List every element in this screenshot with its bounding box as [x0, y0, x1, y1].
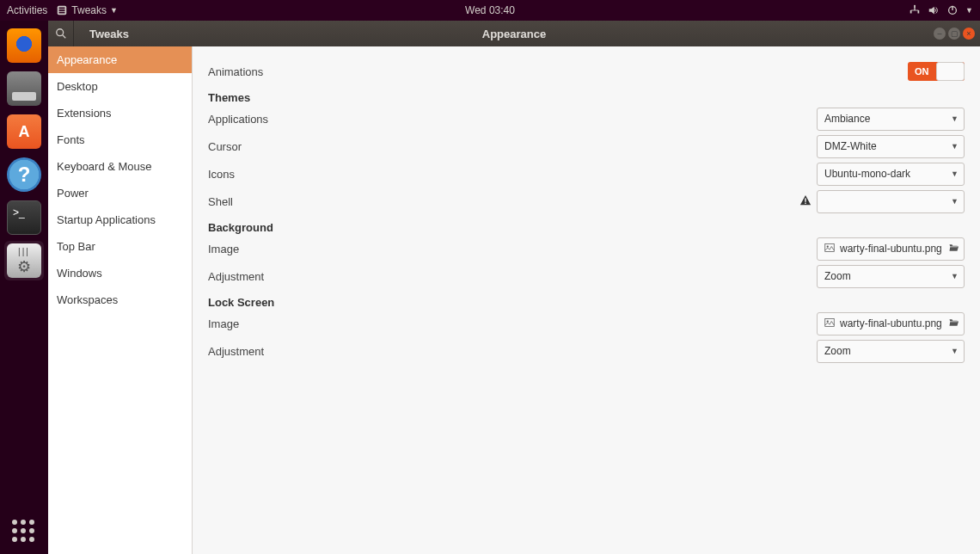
- background-adjustment-value: Zoom: [824, 270, 851, 282]
- minimize-button[interactable]: –: [934, 28, 946, 40]
- background-image-value: warty-final-ubuntu.png: [840, 243, 942, 255]
- shell-label: Shell: [208, 195, 233, 208]
- sidebar-item-windows[interactable]: Windows: [48, 260, 192, 286]
- svg-rect-1: [59, 8, 65, 9]
- svg-point-9: [56, 29, 63, 36]
- sidebar-item-workspaces[interactable]: Workspaces: [48, 286, 192, 313]
- file-open-icon: [948, 317, 959, 330]
- sidebar-item-power[interactable]: Power: [48, 180, 192, 206]
- lock-adjustment-value: Zoom: [824, 345, 851, 357]
- applications-label: Applications: [208, 113, 268, 126]
- activities-button[interactable]: Activities: [7, 4, 47, 16]
- sidebar-item-extensions[interactable]: Extensions: [48, 100, 192, 126]
- svg-point-14: [827, 245, 829, 247]
- sidebar-item-fonts[interactable]: Fonts: [48, 126, 192, 153]
- file-open-icon: [948, 243, 959, 255]
- icons-combo[interactable]: Ubuntu-mono-dark ▼: [817, 163, 965, 186]
- image-icon: [824, 243, 835, 255]
- dock-terminal[interactable]: [4, 198, 44, 237]
- chevron-down-icon: ▼: [951, 347, 959, 355]
- top-panel: Activities Tweaks ▼ Wed 03:40 ▼: [0, 0, 980, 21]
- lock-adjustment-combo[interactable]: Zoom ▼: [817, 340, 965, 363]
- search-icon: [55, 28, 67, 40]
- dock-files[interactable]: [4, 69, 44, 108]
- chevron-down-icon: ▼: [951, 169, 959, 178]
- toggle-knob: [936, 62, 965, 81]
- shell-combo: ▼: [817, 190, 965, 213]
- app-menu-label: Tweaks: [71, 4, 107, 16]
- window-app-title: Tweaks: [89, 28, 129, 40]
- network-icon[interactable]: [909, 4, 921, 16]
- icons-label: Icons: [208, 168, 235, 181]
- background-image-chooser[interactable]: warty-final-ubuntu.png: [817, 237, 965, 261]
- chevron-down-icon: ▼: [951, 114, 959, 123]
- power-icon[interactable]: [946, 4, 959, 16]
- show-applications-button[interactable]: [12, 520, 36, 544]
- svg-rect-4: [914, 5, 916, 9]
- svg-rect-8: [952, 6, 952, 10]
- sidebar-item-startup-applications[interactable]: Startup Applications: [48, 206, 192, 233]
- dock-firefox[interactable]: [4, 26, 44, 65]
- lock-image-chooser[interactable]: warty-final-ubuntu.png: [817, 312, 965, 335]
- cursor-value: DMZ-White: [824, 140, 877, 152]
- image-icon: [824, 317, 835, 330]
- warning-icon: [799, 194, 812, 209]
- window-header-title: Appearance: [482, 28, 546, 40]
- chevron-down-icon: ▼: [951, 272, 959, 280]
- toggle-on-label: ON: [915, 66, 929, 77]
- sidebar-item-keyboard-mouse[interactable]: Keyboard & Mouse: [48, 153, 192, 180]
- lock-image-value: warty-final-ubuntu.png: [840, 317, 942, 329]
- close-button[interactable]: ×: [963, 28, 975, 40]
- search-button[interactable]: [48, 21, 74, 46]
- icons-value: Ubuntu-mono-dark: [824, 168, 910, 180]
- svg-rect-3: [59, 12, 65, 14]
- lock-screen-header: Lock Screen: [208, 296, 965, 309]
- animations-label: Animations: [208, 65, 263, 78]
- cursor-combo[interactable]: DMZ-White ▼: [817, 135, 965, 158]
- chevron-down-icon: ▼: [951, 142, 959, 151]
- sidebar-item-appearance[interactable]: Appearance: [48, 46, 192, 73]
- dock-tweaks[interactable]: [4, 241, 44, 280]
- sidebar-item-top-bar[interactable]: Top Bar: [48, 233, 192, 260]
- volume-icon[interactable]: [928, 4, 940, 16]
- background-header: Background: [208, 221, 965, 234]
- themes-header: Themes: [208, 91, 965, 104]
- background-image-label: Image: [208, 243, 239, 255]
- main-content: Animations ON Themes Applications Ambian…: [193, 46, 980, 554]
- app-menu[interactable]: Tweaks ▼: [56, 4, 118, 16]
- clock[interactable]: Wed 03:40: [465, 4, 515, 16]
- applications-value: Ambiance: [824, 113, 870, 125]
- dock: ?: [0, 21, 48, 554]
- chevron-down-icon: ▼: [951, 197, 959, 206]
- chevron-down-icon: ▼: [110, 6, 118, 15]
- maximize-button[interactable]: ▢: [948, 28, 960, 40]
- dock-help[interactable]: ?: [4, 155, 44, 194]
- svg-line-10: [62, 35, 65, 39]
- svg-rect-12: [805, 202, 805, 203]
- svg-rect-2: [59, 9, 65, 11]
- animations-toggle[interactable]: ON: [908, 62, 965, 81]
- tweaks-window: Tweaks Appearance – ▢ × Appearance Deskt…: [48, 21, 980, 554]
- tweaks-app-icon: [56, 4, 68, 16]
- dock-software[interactable]: [4, 112, 44, 151]
- lock-image-label: Image: [208, 317, 239, 330]
- svg-point-16: [827, 320, 829, 322]
- applications-combo[interactable]: Ambiance ▼: [817, 108, 965, 131]
- sidebar: Appearance Desktop Extensions Fonts Keyb…: [48, 46, 193, 554]
- background-adjustment-label: Adjustment: [208, 270, 264, 283]
- background-adjustment-combo[interactable]: Zoom ▼: [817, 265, 965, 288]
- chevron-down-icon[interactable]: ▼: [965, 6, 973, 15]
- lock-adjustment-label: Adjustment: [208, 345, 264, 358]
- sidebar-item-desktop[interactable]: Desktop: [48, 73, 192, 100]
- titlebar: Tweaks Appearance – ▢ ×: [48, 21, 980, 46]
- cursor-label: Cursor: [208, 140, 242, 153]
- svg-rect-11: [805, 198, 805, 201]
